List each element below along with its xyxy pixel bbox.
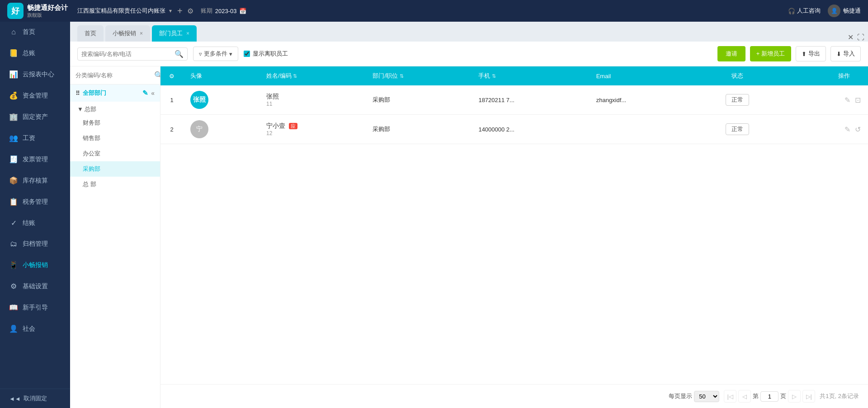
sidebar-item-archive[interactable]: 🗂 归档管理 (0, 234, 70, 254)
employee-table: ⚙ 头像 姓名/编码 ⇅ 部门/职位 ⇅ (160, 66, 868, 144)
search-icon[interactable]: 🔍 (175, 50, 184, 58)
sort-name-icon: ⇅ (293, 73, 297, 79)
invoice-icon: 🧾 (9, 155, 18, 164)
dept-search-input[interactable] (75, 72, 151, 79)
sidebar-item-tax[interactable]: 📋 税务管理 (0, 191, 70, 212)
sidebar-item-asset[interactable]: 🏢 固定资产 (0, 106, 70, 127)
edit-dept-icon[interactable]: ✎ (142, 89, 148, 97)
th-phone[interactable]: 手机 ⇅ (471, 66, 589, 85)
app-name: 畅捷通好会计 (27, 4, 68, 12)
search-input[interactable] (81, 51, 172, 57)
chevron-filter-icon: ▾ (229, 51, 232, 57)
table-settings-icon[interactable]: ⚙ (169, 73, 175, 80)
edit-icon[interactable]: ✎ (844, 96, 850, 104)
tab-employee[interactable]: 部门员工 × (152, 25, 197, 42)
sidebar-item-invoice[interactable]: 🧾 发票管理 (0, 149, 70, 170)
sidebar-item-ledger[interactable]: 📒 总账 (0, 42, 70, 64)
company-name: 江西服宝精品有限责任公司内账张 (77, 7, 165, 15)
per-page-dropdown[interactable]: 50 10 20 100 (694, 391, 719, 402)
table-scroll: ⚙ 头像 姓名/编码 ⇅ 部门/职位 ⇅ (160, 66, 868, 384)
sidebar-item-home[interactable]: ⌂ 首页 (0, 22, 70, 42)
pagination: 每页显示 50 10 20 100 |◁ ◁ 第 (160, 384, 868, 408)
sidebar-item-checkout[interactable]: ✓ 结账 (0, 212, 70, 234)
edit-icon[interactable]: ✎ (844, 125, 850, 134)
sidebar-item-report[interactable]: 📊 云报表中心 (0, 64, 70, 85)
first-page-button[interactable]: |◁ (724, 390, 736, 403)
search-box[interactable]: 🔍 (77, 47, 188, 61)
prev-page-button[interactable]: ◁ (738, 390, 751, 403)
app-sub: 旗舰版 (27, 12, 68, 19)
fund-icon: 💰 (9, 91, 18, 100)
add-employee-button[interactable]: + 新增员工 (750, 46, 791, 61)
dept-item-bgs[interactable]: 办公室 (70, 146, 160, 161)
action-icons: ✎ ↺ (789, 125, 861, 134)
dept-group-zb: ▼ 总部 (70, 102, 160, 115)
import-icon: ⬇ (836, 51, 841, 57)
employee-code: 11 (266, 101, 358, 107)
invite-button[interactable]: 邀请 (717, 46, 745, 61)
row1-name-code: 张照 11 (259, 85, 365, 115)
row1-status: 正常 (693, 85, 782, 115)
next-page-button[interactable]: ▷ (788, 390, 801, 403)
unpin-button[interactable]: ◄◄ 取消固定 (0, 389, 70, 408)
tab-home[interactable]: 首页 (77, 25, 104, 42)
sidebar-item-stock[interactable]: 📦 库存核算 (0, 170, 70, 191)
content-area: 首页 小畅报销 × 部门员工 × ✕ ⛶ 🔍 (70, 22, 868, 408)
sidebar-label-salary: 工资 (23, 134, 35, 142)
tab-bar-actions: ✕ ⛶ (848, 33, 868, 42)
th-settings[interactable]: ⚙ (160, 66, 183, 85)
logo-area: 好 畅捷通好会计 旗舰版 (7, 3, 77, 19)
employee-code: 12 (266, 130, 358, 136)
dept-search[interactable]: 🔍 (70, 66, 160, 84)
sidebar-item-social[interactable]: 👤 社会 (0, 318, 70, 339)
sort-dept-icon: ⇅ (400, 73, 404, 79)
chevron-down-icon: ▾ (169, 8, 172, 14)
page-number-input[interactable] (760, 391, 778, 402)
th-dept-pos[interactable]: 部门/职位 ⇅ (365, 66, 471, 85)
page-size-select[interactable]: 每页显示 50 10 20 100 (669, 391, 719, 402)
tab-expense[interactable]: 小畅报销 × (105, 25, 150, 42)
show-resigned-area[interactable]: 显示离职员工 (244, 50, 288, 58)
user-area[interactable]: 👤 畅捷通 (828, 5, 861, 17)
support-button[interactable]: 🎧 人工咨询 (788, 7, 821, 15)
tab-bar: 首页 小畅报销 × 部门员工 × ✕ ⛶ (70, 22, 868, 42)
ledger-icon: 📒 (9, 49, 18, 57)
import-button[interactable]: ⬇ 导入 (830, 46, 861, 61)
dept-item-xsb[interactable]: 销售部 (70, 131, 160, 146)
main-layout: ⌂ 首页 📒 总账 📊 云报表中心 💰 资金管理 🏢 固定资产 👥 工资 🧾 发… (0, 22, 868, 408)
headphone-icon: 🎧 (788, 8, 795, 14)
dept-item-cwb[interactable]: 财务部 (70, 115, 160, 131)
settings-icon[interactable]: ⚙ (187, 7, 193, 15)
last-page-button[interactable]: ▷| (802, 390, 815, 403)
th-email: Email (589, 66, 693, 85)
sidebar-item-settings[interactable]: ⚙ 基础设置 (0, 276, 70, 297)
dept-item-cgb[interactable]: 采购部 (70, 161, 160, 177)
add-company-icon[interactable]: + (177, 6, 183, 16)
maximize-tab-icon[interactable]: ⛶ (857, 33, 864, 42)
tab-expense-close[interactable]: × (140, 30, 143, 37)
page-content: 🔍 ▿ 更多条件 ▾ 显示离职员工 邀请 + 新增员工 ⬆ 导出 (70, 42, 868, 408)
dept-search-icon[interactable]: 🔍 (154, 71, 160, 80)
collapse-icon[interactable]: « (151, 89, 155, 97)
show-resigned-checkbox[interactable] (244, 51, 250, 57)
filter-button[interactable]: ▿ 更多条件 ▾ (193, 47, 238, 61)
company-selector[interactable]: 江西服宝精品有限责任公司内账张 ▾ (77, 7, 172, 15)
row1-phone: 18720211 7... (471, 85, 589, 115)
report-icon: 📊 (9, 70, 18, 79)
export-button[interactable]: ⬆ 导出 (796, 46, 826, 61)
calendar-icon[interactable]: 📅 (239, 8, 246, 14)
th-name-code[interactable]: 姓名/编码 ⇅ (259, 66, 365, 85)
sidebar-label-asset: 固定资产 (23, 113, 48, 121)
close-tab-icon[interactable]: ✕ (848, 33, 854, 42)
tab-employee-close[interactable]: × (186, 30, 189, 37)
dept-item-zb2[interactable]: 总 部 (70, 177, 160, 192)
period-area: 账期 2023-03 📅 (201, 7, 247, 15)
all-dept-header[interactable]: ⠿ 全部部门 ✎ « (70, 84, 160, 102)
sidebar-item-salary[interactable]: 👥 工资 (0, 127, 70, 149)
sidebar-item-guide[interactable]: 📖 新手引导 (0, 297, 70, 318)
sidebar-item-fund[interactable]: 💰 资金管理 (0, 85, 70, 106)
th-status: 状态 (693, 66, 782, 85)
logout-icon[interactable]: ⊡ (855, 96, 861, 104)
sidebar-item-expense[interactable]: 📱 小畅报销 (0, 254, 70, 276)
delete-icon[interactable]: ↺ (855, 125, 861, 134)
